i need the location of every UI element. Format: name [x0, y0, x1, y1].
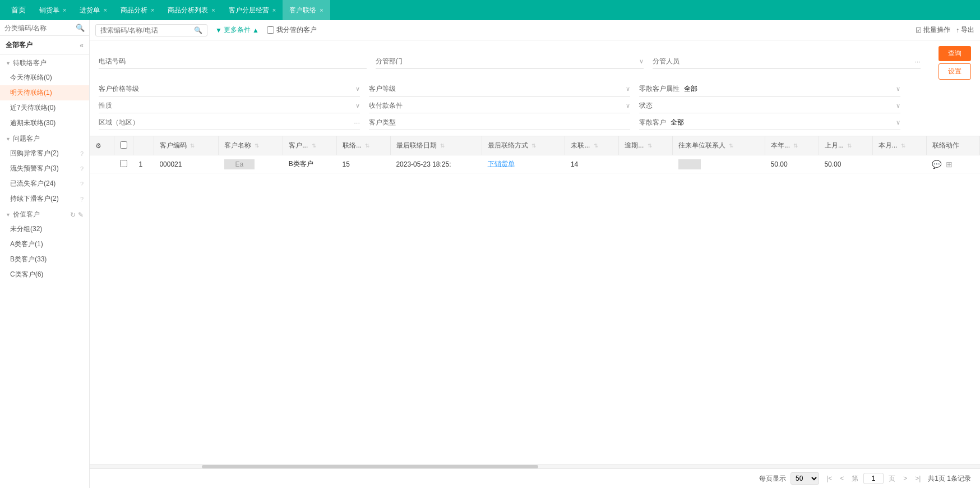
prev-page-btn[interactable]: <: [837, 473, 847, 484]
search-icon[interactable]: 🔍: [194, 26, 202, 34]
col-not-linked[interactable]: 未联... ⇅: [565, 136, 619, 155]
filter-nature[interactable]: 性质 ∨: [99, 101, 360, 113]
sidebar-item-today-pending[interactable]: 今天待联络(0): [0, 70, 89, 85]
nav-customer-contact[interactable]: 客户联络 ×: [283, 0, 330, 20]
col-code[interactable]: 客户编码 ⇅: [154, 136, 218, 155]
scrollbar-thumb[interactable]: [202, 465, 538, 468]
sidebar-item-repurchase-anomaly[interactable]: 回购异常客户(2) ?: [0, 146, 89, 161]
col-last-contact-method[interactable]: 最后联络方式 ⇅: [482, 136, 565, 155]
settings-button[interactable]: 设置: [939, 63, 971, 80]
cell-overdue: [619, 155, 673, 173]
content-area: 🔍 ▼ 更多条件 ▲ 我分管的客户 ☑ 批量操作 ↑ 导出: [90, 20, 980, 488]
sidebar-item-week-pending[interactable]: 近7天待联络(0): [0, 100, 89, 116]
sidebar-item-churn-warning[interactable]: 流失预警客户(3) ?: [0, 161, 89, 176]
filter-retail-customer[interactable]: 零散客户 全部 ∨: [639, 118, 900, 130]
col-gear[interactable]: ⚙: [90, 136, 114, 155]
nav-purchase-order[interactable]: 进货单 ×: [73, 0, 113, 20]
nav-sales-order[interactable]: 销货单 ×: [33, 0, 73, 20]
filter-customer-type[interactable]: 客户类型: [369, 118, 630, 130]
filter-dept[interactable]: 分管部门 ∨: [376, 57, 644, 69]
export-btn[interactable]: ↑ 导出: [956, 25, 974, 35]
main-layout: 🔍 全部客户 « 待联络客户 今天待联络(0) 明天待联络(1) 近7天待联络(…: [0, 20, 980, 488]
col-last-month[interactable]: 上月... ⇅: [819, 136, 872, 155]
sidebar-item-declining[interactable]: 持续下滑客户(2) ?: [0, 191, 89, 206]
col-type[interactable]: 客户... ⇅: [283, 136, 337, 155]
cell-last-contact-date: 2023-05-23 18:25:: [390, 155, 482, 173]
chevron-down-icon: ∨: [626, 85, 630, 93]
sidebar-group-pending: 待联络客户: [0, 55, 89, 70]
search-input[interactable]: [100, 26, 194, 34]
chevron-down-icon: ∨: [626, 102, 630, 109]
sidebar-item-churned[interactable]: 已流失客户(24) ?: [0, 176, 89, 191]
close-icon[interactable]: ×: [272, 7, 276, 13]
per-page-select[interactable]: 50 10 20 100: [791, 472, 819, 485]
filter-status[interactable]: 状态 ∨: [639, 101, 900, 113]
filter-actions: 查询 设置: [939, 46, 971, 80]
collapse-icon[interactable]: «: [80, 42, 84, 49]
chevron-up-icon: ▲: [252, 26, 259, 34]
sidebar-item-class-c[interactable]: C类客户(6): [0, 267, 89, 282]
footer: 每页显示 50 10 20 100 |< < 第 页 > >| 共1页 1条记录: [90, 468, 980, 488]
filter-payment-terms[interactable]: 收付款条件 ∨: [369, 101, 630, 113]
grid-icon[interactable]: ⊞: [946, 160, 953, 169]
first-page-btn[interactable]: |<: [824, 473, 835, 484]
col-action: 联络动作: [926, 136, 979, 155]
sidebar-item-class-a[interactable]: A类客户(1): [0, 237, 89, 252]
col-name[interactable]: 客户名称 ⇅: [219, 136, 283, 155]
gear-icon[interactable]: ⚙: [95, 142, 101, 150]
filter-customer-level[interactable]: 客户等级 ∨: [369, 84, 630, 96]
filter-manager[interactable]: 分管人员 ···: [653, 57, 921, 69]
toolbar: 🔍 ▼ 更多条件 ▲ 我分管的客户 ☑ 批量操作 ↑ 导出: [90, 20, 980, 40]
sidebar-all-customers[interactable]: 全部客户 «: [0, 36, 89, 55]
filter-customer-type-input[interactable]: [400, 119, 630, 127]
col-contacts[interactable]: 联络... ⇅: [337, 136, 391, 155]
close-icon[interactable]: ×: [63, 7, 66, 13]
close-icon[interactable]: ×: [211, 7, 215, 13]
nav-product-analysis-list[interactable]: 商品分析列表 ×: [161, 0, 221, 20]
refresh-icon[interactable]: ↻: [70, 211, 76, 219]
page-input[interactable]: [863, 473, 884, 484]
cell-actions: 💬 ⊞: [926, 155, 979, 173]
filter-phone-input[interactable]: [130, 58, 367, 66]
comment-icon[interactable]: 💬: [932, 160, 941, 169]
sort-icon: ⇅: [793, 142, 798, 149]
filter-retail-attr[interactable]: 零散客户属性 全部 ∨: [639, 84, 900, 96]
select-all-checkbox[interactable]: [120, 141, 127, 149]
edit-icon[interactable]: ✎: [78, 211, 84, 219]
nav-home[interactable]: 首页: [4, 0, 33, 20]
cell-code: 000021: [154, 155, 218, 173]
close-icon[interactable]: ×: [103, 7, 107, 13]
my-customers-checkbox[interactable]: 我分管的客户: [267, 25, 317, 35]
filter-more-btn[interactable]: ▼ 更多条件 ▲: [212, 24, 262, 36]
row-checkbox[interactable]: [120, 160, 127, 167]
col-this-month[interactable]: 本月... ⇅: [872, 136, 926, 155]
sidebar-item-ungrouped[interactable]: 未分组(32): [0, 222, 89, 237]
cell-checkbox: [114, 155, 133, 173]
nav-product-analysis[interactable]: 商品分析 ×: [114, 0, 161, 20]
filter-panel: 电话号码 分管部门 ∨ 分管人员 ··· 查询 设置: [90, 40, 980, 136]
query-button[interactable]: 查询: [939, 46, 971, 61]
my-customers-check[interactable]: [267, 26, 274, 34]
close-icon[interactable]: ×: [320, 7, 323, 13]
sort-icon: ⇅: [531, 142, 536, 149]
sidebar-search-input[interactable]: [4, 24, 76, 32]
sidebar-item-class-b[interactable]: B类客户(33): [0, 252, 89, 267]
last-page-btn[interactable]: >|: [912, 473, 923, 484]
sidebar-item-overdue-pending[interactable]: 逾期未联络(30): [0, 116, 89, 131]
col-contact-person[interactable]: 往来单位联系人 ⇅: [673, 136, 765, 155]
sort-icon: ⇅: [901, 142, 905, 149]
nav-customer-layered[interactable]: 客户分层经营 ×: [222, 0, 283, 20]
horizontal-scrollbar[interactable]: [90, 464, 980, 468]
next-page-btn[interactable]: >: [900, 473, 910, 484]
filter-price-level[interactable]: 客户价格等级 ∨: [99, 84, 360, 96]
group-actions: ↻ ✎: [70, 211, 84, 219]
sidebar-item-tomorrow-pending[interactable]: 明天待联络(1): [0, 85, 89, 100]
col-last-contact-date[interactable]: 最后联络日期 ⇅: [390, 136, 482, 155]
col-overdue[interactable]: 逾期... ⇅: [619, 136, 673, 155]
batch-op-btn[interactable]: ☑ 批量操作: [916, 25, 950, 35]
sidebar-search-icon[interactable]: 🔍: [76, 24, 85, 32]
filter-region[interactable]: 区域（地区） ···: [99, 118, 360, 130]
cell-last-contact-method[interactable]: 下销货单: [482, 155, 565, 173]
col-this-year[interactable]: 本年... ⇅: [765, 136, 819, 155]
close-icon[interactable]: ×: [151, 7, 154, 13]
